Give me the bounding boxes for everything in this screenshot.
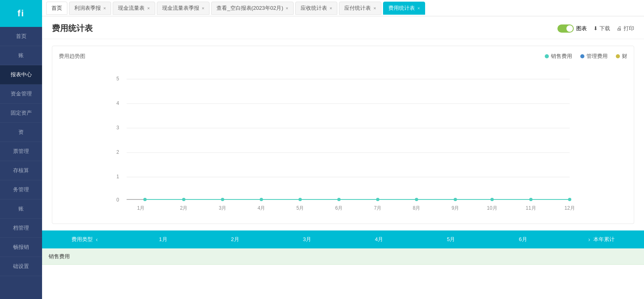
tab-cashflow[interactable]: 现金流量表 × [113,2,155,15]
legend-finance-label: 财 [622,53,627,60]
sidebar-item-fixed-assets[interactable]: 固定资产 [0,104,42,123]
header-actions: 图表 ⬇ 下载 🖨 打印 [557,24,634,33]
svg-text:2月: 2月 [180,205,188,211]
download-label: 下载 [599,25,610,32]
sidebar-item-home[interactable]: 首页 [0,27,42,46]
legend-finance-dot [616,54,620,58]
next-arrow[interactable]: › [588,236,590,243]
th-m3-label: 3月 [303,236,311,242]
tab-expense[interactable]: 费用统计表 × [383,2,425,15]
tab-cashflow-quarterly[interactable]: 现金流量表季报 × [157,2,209,15]
tab-receivable-close[interactable]: × [330,6,332,11]
svg-point-23 [568,198,571,201]
th-m5: 5月 [415,236,487,243]
th-m2: 2月 [199,236,271,243]
th-m1: 1月 [127,236,199,243]
svg-text:12月: 12月 [564,205,575,211]
chart-legend: 销售费用 管理费用 财 [545,53,627,60]
svg-point-12 [143,198,147,201]
chart-toggle[interactable] [557,24,574,33]
tab-bar: 首页 利润表季报 × 现金流量表 × 现金流量表季报 × 查看_空白报表(202… [42,0,644,16]
sidebar-item-settings[interactable]: 础设置 [0,257,42,276]
sidebar-item-invoice-mgmt[interactable]: 票管理 [0,142,42,161]
svg-text:6月: 6月 [335,205,343,211]
legend-sales-dot [545,54,549,58]
sidebar: fi 首页 账 报表中心 资金管理 固定资产 资 票管理 存核算 务管理 账 档… [0,0,42,299]
legend-sales: 销售费用 [545,53,572,60]
chart-svg-wrap: 5 4 3 2 1 0 [59,65,627,217]
th-m2-label: 2月 [231,236,239,242]
svg-text:9月: 9月 [452,205,459,211]
chart-toggle-label: 图表 [576,25,587,32]
tab-payable-close[interactable]: × [373,6,376,11]
tab-expense-label: 费用统计表 [388,4,415,12]
chart-header: 费用趋势图 销售费用 管理费用 财 [59,53,627,60]
tab-cashflow-label: 现金流量表 [118,4,145,12]
svg-point-21 [490,198,494,201]
tab-home-label: 首页 [51,4,62,12]
svg-text:2: 2 [116,149,119,155]
legend-admin-label: 管理费用 [586,53,608,60]
tab-cashflow-close[interactable]: × [147,6,149,11]
svg-point-16 [299,198,302,201]
page-content: 费用统计表 图表 ⬇ 下载 🖨 打印 费用趋势图 [42,16,644,299]
sidebar-item-report-center[interactable]: 报表中心 [0,65,42,84]
tab-payable[interactable]: 应付统计表 × [339,2,381,15]
table-section: 费用类型 ‹ 1月 2月 3月 4月 5月 [42,230,644,265]
svg-point-13 [182,198,185,201]
th-m5-label: 5月 [447,236,455,242]
tab-expense-close[interactable]: × [417,6,420,11]
page-header: 费用统计表 图表 ⬇ 下载 🖨 打印 [42,16,644,39]
sidebar-item-ledger[interactable]: 账 [0,46,42,65]
td-type-value: 销售费用 [49,253,70,259]
svg-point-14 [221,198,224,201]
svg-text:10月: 10月 [487,205,497,211]
tab-home[interactable]: 首页 [46,2,67,15]
th-type-label: 费用类型 [71,236,93,243]
svg-text:8月: 8月 [413,205,421,211]
print-icon: 🖨 [617,25,622,31]
tab-receivable[interactable]: 应收统计表 × [295,2,337,15]
svg-text:1月: 1月 [137,205,145,211]
print-button[interactable]: 🖨 打印 [617,25,634,32]
tab-profit-close[interactable]: × [103,6,106,11]
tab-blank-report-close[interactable]: × [286,6,288,11]
sidebar-item-archive-mgmt[interactable]: 档管理 [0,219,42,238]
legend-admin: 管理费用 [580,53,608,60]
svg-text:7月: 7月 [374,205,382,211]
td-type: 销售费用 [42,253,130,260]
legend-sales-label: 销售费用 [551,53,572,60]
sidebar-item-resources[interactable]: 资 [0,123,42,142]
svg-text:11月: 11月 [526,205,536,211]
download-icon: ⬇ [593,25,598,31]
sidebar-item-expense[interactable]: 畅报销 [0,238,42,257]
svg-text:0: 0 [116,197,119,203]
prev-arrow[interactable]: ‹ [96,236,98,243]
svg-point-18 [376,198,379,201]
sidebar-item-service-mgmt[interactable]: 务管理 [0,180,42,199]
sidebar-item-inventory[interactable]: 存核算 [0,161,42,180]
tab-profit-label: 利润表季报 [74,4,101,12]
svg-point-22 [529,198,533,201]
tab-cashflow-quarterly-close[interactable]: × [202,6,204,11]
svg-text:1: 1 [116,174,119,179]
table-row: 销售费用 [42,248,644,265]
chart-container: 费用趋势图 销售费用 管理费用 财 [52,46,634,224]
svg-text:5: 5 [116,76,119,82]
legend-finance: 财 [616,53,627,60]
svg-point-17 [337,198,341,201]
tab-cashflow-quarterly-label: 现金流量表季报 [162,4,199,12]
th-ytd: › 本年累计 [559,236,644,243]
svg-point-19 [415,198,418,201]
th-m3: 3月 [271,236,343,243]
tab-profit[interactable]: 利润表季报 × [69,2,111,15]
sidebar-item-accounts[interactable]: 账 [0,199,42,219]
sidebar-item-fund-mgmt[interactable]: 资金管理 [0,84,42,104]
download-button[interactable]: ⬇ 下载 [593,25,610,32]
main-area: 首页 利润表季报 × 现金流量表 × 现金流量表季报 × 查看_空白报表(202… [42,0,644,299]
tab-receivable-label: 应收统计表 [301,4,327,12]
svg-point-20 [454,198,457,201]
tab-blank-report[interactable]: 查看_空白报表(2023年02月) × [211,2,294,15]
tab-payable-label: 应付统计表 [344,4,371,12]
th-m1-label: 1月 [159,236,167,242]
